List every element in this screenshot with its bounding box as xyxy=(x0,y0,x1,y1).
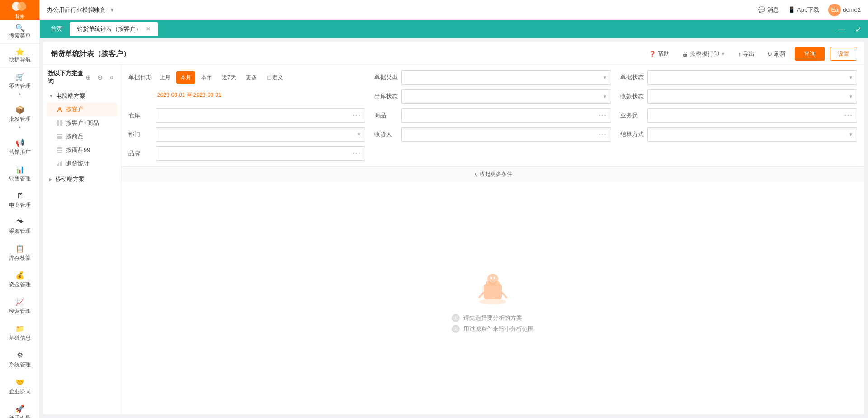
filter-salesperson-row: 业务员 ··· xyxy=(620,108,857,123)
department-input[interactable]: ▼ xyxy=(156,127,365,142)
salesperson-input[interactable]: ··· xyxy=(647,108,857,123)
out-status-input[interactable]: ▼ xyxy=(401,89,611,104)
date-tab-this-year[interactable]: 本年 xyxy=(197,71,216,84)
sidebar-item-wholesale[interactable]: 📦 批发管理 ▲ xyxy=(0,101,39,134)
sidebar-item-marketing[interactable]: 📢 营销推广 xyxy=(0,134,39,161)
svg-point-17 xyxy=(479,299,506,304)
header-dropdown-icon[interactable]: ▼ xyxy=(109,7,115,13)
svg-point-2 xyxy=(58,107,61,110)
scheme-collapse-btn[interactable]: « xyxy=(107,73,116,82)
sidebar-item-base-info[interactable]: 📁 基础信息 xyxy=(0,320,39,347)
header-left: 办公用品行业模拟账套 ▼ xyxy=(47,6,115,14)
date-tab-custom[interactable]: 自定义 xyxy=(263,71,287,84)
sidebar-item-inventory[interactable]: 📋 库存核算 xyxy=(0,240,39,266)
header-right: 💬 消息 📱 App下载 Ea demo2 xyxy=(758,4,861,16)
sidebar-item-purchase[interactable]: 🛍 采购管理 xyxy=(0,214,39,240)
operation-icon: 📈 xyxy=(15,298,24,306)
scheme-add-btn[interactable]: ⊕ xyxy=(84,73,93,82)
scheme-settings-btn[interactable]: ⊙ xyxy=(95,73,104,82)
return-stat-icon xyxy=(56,160,63,167)
tab-sales-stat[interactable]: 销货单统计表（按客户） ✕ xyxy=(70,22,158,36)
refresh-btn[interactable]: ↻ 刷新 xyxy=(764,48,789,60)
sidebar-item-ecom[interactable]: 🖥 电商管理 xyxy=(0,187,39,214)
scheme-item-return-stat[interactable]: 退货统计 xyxy=(47,157,117,171)
svg-line-24 xyxy=(502,293,506,297)
date-range-text: 2023-03-01 至 2023-03-31 xyxy=(157,91,221,99)
marketing-icon: 📢 xyxy=(15,138,24,147)
settlement-arrow-icon: ▼ xyxy=(849,132,853,137)
scheme-group-desktop-header[interactable]: ▼ 电脑端方案 xyxy=(47,89,117,103)
doc-status-input[interactable]: ▼ xyxy=(647,70,857,85)
sidebar-item-quick-nav[interactable]: ⭐ 快捷导航 xyxy=(0,44,39,68)
base-info-icon: 📁 xyxy=(15,324,24,333)
messages-btn[interactable]: 💬 消息 xyxy=(758,6,779,14)
export-btn[interactable]: ↑ 导出 xyxy=(735,48,759,60)
out-status-arrow-icon: ▼ xyxy=(603,94,607,99)
doc-type-arrow-icon: ▼ xyxy=(603,75,607,80)
tab-home[interactable]: 首页 xyxy=(43,22,70,36)
receiver-dots-icon: ··· xyxy=(599,130,607,138)
date-tab-last-7[interactable]: 近7天 xyxy=(218,71,240,84)
tab-close-btn[interactable]: ✕ xyxy=(146,26,151,32)
sidebar-item-system[interactable]: ⚙ 系统管理 xyxy=(0,347,39,373)
tip-num-1: ① xyxy=(452,314,460,322)
warehouse-dots-icon: ··· xyxy=(353,111,361,119)
scheme-header: 按以下方案查询 ⊕ ⊙ « xyxy=(43,65,121,89)
page-title: 销货单统计表（按客户） xyxy=(51,49,130,59)
sidebar: 标账 🔍 搜索菜单 ⭐ 快捷导航 🛒 零售管理 ▲ 📦 批发管理 ▲ 📢 营销推… xyxy=(0,0,40,418)
svg-rect-22 xyxy=(494,277,495,279)
print-icon: 🖨 xyxy=(682,51,688,57)
user-profile-btn[interactable]: Ea demo2 xyxy=(828,4,861,16)
filter-settlement-row: 结算方式 ▼ xyxy=(620,127,857,142)
scheme-group-mobile-header[interactable]: ▶ 移动端方案 xyxy=(47,172,117,186)
sidebar-item-sales[interactable]: 📊 销售管理 xyxy=(0,161,39,187)
product-input[interactable]: ··· xyxy=(401,108,611,123)
filter-receiver-row: 收货人 ··· xyxy=(374,127,611,142)
sidebar-item-new-guide[interactable]: 🚀 新手引导 xyxy=(0,400,39,418)
brand-label: 品牌 xyxy=(128,149,152,157)
sidebar-item-finance[interactable]: 💰 资金管理 xyxy=(0,266,39,293)
receiver-input[interactable]: ··· xyxy=(401,127,611,142)
top-header: 办公用品行业模拟账套 ▼ 💬 消息 📱 App下载 Ea demo2 xyxy=(40,0,868,20)
collapse-bar[interactable]: ∧ 收起更多条件 xyxy=(121,166,864,182)
receiver-label: 收货人 xyxy=(374,130,398,138)
page-container: 销货单统计表（按客户） ❓ 帮助 🖨 按模板打印 ▼ ↑ 导出 xyxy=(43,42,864,414)
help-btn[interactable]: ❓ 帮助 xyxy=(645,48,673,60)
sidebar-item-enterprise[interactable]: 🤝 企业协同 xyxy=(0,373,39,400)
scheme-item-by-customer[interactable]: 按客户 xyxy=(47,103,117,116)
tab-expand-btn[interactable]: ⤢ xyxy=(852,23,864,35)
settings-btn[interactable]: 设置 xyxy=(830,47,857,61)
retail-icon: 🛒 xyxy=(15,72,24,81)
date-tab-this-month[interactable]: 本月 xyxy=(176,71,195,84)
filter-grid: 单据日期 上月 本月 本年 近7天 更多 自定义 单据类型 xyxy=(121,65,864,166)
filter-collect-status-row: 收款状态 ▼ xyxy=(620,89,857,104)
sidebar-item-operation[interactable]: 📈 经营管理 xyxy=(0,293,39,320)
settlement-input[interactable]: ▼ xyxy=(647,127,857,142)
by-customer-icon xyxy=(56,106,63,113)
empty-tips: ① 请先选择要分析的方案 ② 用过滤条件来缩小分析范围 xyxy=(452,314,534,333)
date-tab-more[interactable]: 更多 xyxy=(242,71,261,84)
template-print-btn[interactable]: 🖨 按模板打印 ▼ xyxy=(679,48,729,60)
scheme-item-by-customer-product[interactable]: 按客户+商品 xyxy=(47,116,117,130)
message-icon: 💬 xyxy=(758,6,765,13)
sidebar-item-retail[interactable]: 🛒 零售管理 ▲ xyxy=(0,68,39,101)
scheme-item-by-product[interactable]: 按商品 xyxy=(47,130,117,143)
product-dots-icon: ··· xyxy=(599,111,607,119)
doc-status-label: 单据状态 xyxy=(620,73,644,81)
warehouse-input[interactable]: ··· xyxy=(156,108,365,123)
app-download-btn[interactable]: 📱 App下载 xyxy=(788,6,819,14)
tab-minimize-btn[interactable]: — xyxy=(835,23,848,35)
tab-actions: — ⤢ xyxy=(835,23,864,35)
date-tab-last-month[interactable]: 上月 xyxy=(156,71,175,84)
new-guide-icon: 🚀 xyxy=(15,404,24,413)
sidebar-item-search[interactable]: 🔍 搜索菜单 xyxy=(0,20,39,44)
collect-status-input[interactable]: ▼ xyxy=(647,89,857,104)
warehouse-label: 仓库 xyxy=(128,111,152,119)
print-dropdown-icon: ▼ xyxy=(721,52,726,57)
product-label: 商品 xyxy=(374,111,398,119)
query-btn[interactable]: 查询 xyxy=(795,47,825,61)
doc-type-input[interactable]: ▼ xyxy=(401,70,611,85)
brand-input[interactable]: ··· xyxy=(156,146,365,161)
scheme-item-by-product-99[interactable]: 按商品99 xyxy=(47,143,117,157)
by-product-icon xyxy=(56,133,63,140)
